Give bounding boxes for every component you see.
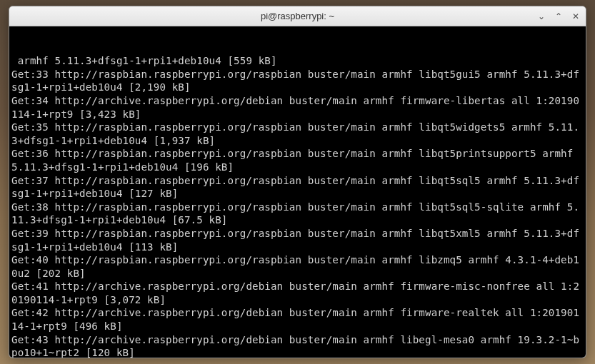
- terminal-output[interactable]: armhf 5.11.3+dfsg1-1+rpi1+deb10u4 [559 k…: [9, 26, 586, 358]
- terminal-window: pi@raspberrypi: ~ ⌄ ⌃ ✕ armhf 5.11.3+dfs…: [9, 6, 586, 358]
- window-titlebar[interactable]: pi@raspberrypi: ~ ⌄ ⌃ ✕: [9, 6, 586, 26]
- maximize-button[interactable]: ⌃: [553, 11, 564, 22]
- minimize-button[interactable]: ⌄: [536, 11, 547, 22]
- window-title: pi@raspberrypi: ~: [261, 11, 334, 21]
- window-controls: ⌄ ⌃ ✕: [536, 6, 581, 26]
- close-button[interactable]: ✕: [570, 11, 581, 22]
- terminal-lines: armhf 5.11.3+dfsg1-1+rpi1+deb10u4 [559 k…: [11, 54, 584, 358]
